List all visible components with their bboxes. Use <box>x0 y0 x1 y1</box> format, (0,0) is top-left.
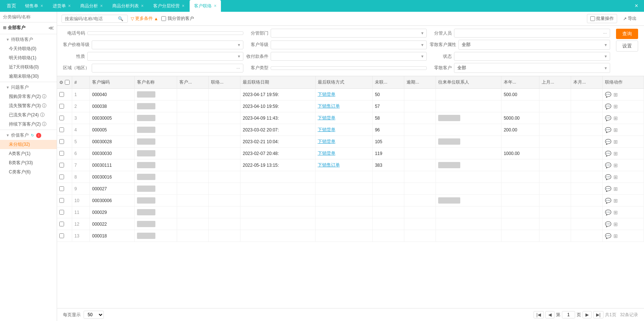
batch-operations-button[interactable]: 批量操作 <box>587 14 617 23</box>
method-link[interactable]: 下销售订单 <box>318 162 340 167</box>
settings-icon[interactable]: ⚙ <box>59 80 63 85</box>
prev-page-button[interactable]: ◀ <box>545 311 555 318</box>
row-checkbox[interactable] <box>59 233 64 238</box>
dots-icon[interactable]: ··· <box>236 66 240 71</box>
sidebar-item-class-c[interactable]: C类客户(6) <box>0 167 57 177</box>
region-input[interactable]: ··· <box>92 64 243 73</box>
nav-home[interactable]: 首页 <box>3 3 20 9</box>
grid-action-icon[interactable]: ⊞ <box>613 221 618 227</box>
grid-action-icon[interactable]: ⊞ <box>613 103 618 109</box>
nav-tab-purchase[interactable]: 进货单 × <box>48 0 75 12</box>
payment-select[interactable]: ▾ <box>271 52 427 61</box>
row-checkbox[interactable] <box>59 210 64 215</box>
grid-action-icon[interactable]: ⊞ <box>613 174 618 180</box>
sidebar-item-overdue-contact[interactable]: 逾期未联络(30) <box>0 72 57 81</box>
grid-action-icon[interactable]: ⊞ <box>613 92 618 98</box>
method-link[interactable]: 下销货单 <box>318 127 335 132</box>
filter-more-conditions[interactable]: ▽ 更多条件 ▲ <box>131 15 158 22</box>
first-page-button[interactable]: |◀ <box>534 311 544 318</box>
sidebar-item-unassigned[interactable]: 未分组(32) <box>0 140 57 149</box>
message-action-icon[interactable]: 💬 <box>605 209 611 215</box>
sidebar-item-today-pending[interactable]: 今天待联络(0) <box>0 44 57 53</box>
row-checkbox[interactable] <box>59 174 64 179</box>
nav-tab-customer-segment[interactable]: 客户分层经营 × <box>149 0 189 12</box>
message-action-icon[interactable]: 💬 <box>605 233 611 239</box>
last-month-col-header[interactable]: 上月... <box>539 76 571 89</box>
nav-tab-customer-contact[interactable]: 客户联络 × <box>190 0 221 12</box>
sidebar-item-declining[interactable]: 持续下落客户(2) ⓘ <box>0 120 57 129</box>
filter-search-box[interactable]: 🔍 <box>61 15 128 23</box>
sidebar-search-box[interactable]: 🔍 <box>0 12 57 22</box>
row-checkbox[interactable] <box>59 116 64 120</box>
retail-attr-select[interactable]: 全部 ▾ <box>458 40 610 50</box>
partner-contact-col-header[interactable]: 往来单位联系人 <box>436 76 502 89</box>
name-col-header[interactable]: 客户名称 <box>134 76 177 89</box>
message-action-icon[interactable]: 💬 <box>605 139 611 145</box>
sidebar-item-class-b[interactable]: B类客户(33) <box>0 158 57 167</box>
grade-select[interactable]: ▾ <box>271 40 427 49</box>
grid-action-icon[interactable]: ⊞ <box>613 127 618 133</box>
row-checkbox[interactable] <box>59 222 64 226</box>
query-button[interactable]: 查询 <box>616 29 638 39</box>
grid-action-icon[interactable]: ⊞ <box>613 186 618 192</box>
message-action-icon[interactable]: 💬 <box>605 174 611 180</box>
sidebar-item-class-a[interactable]: A类客户(1) <box>0 149 57 158</box>
last-date-col-header[interactable]: 最后联络日期 <box>240 76 315 89</box>
method-link[interactable]: 下销货单 <box>318 151 335 156</box>
method-link[interactable]: 下销货单 <box>318 92 335 97</box>
row-checkbox[interactable] <box>59 92 64 97</box>
next-page-button[interactable]: ▶ <box>583 311 592 318</box>
message-action-icon[interactable]: 💬 <box>605 115 611 121</box>
contact-col-header[interactable]: 联络... <box>209 76 240 89</box>
window-close-button[interactable]: × <box>632 3 641 9</box>
method-link[interactable]: 下销货单 <box>318 139 335 144</box>
grid-action-icon[interactable]: ⊞ <box>613 162 618 168</box>
refresh-icon[interactable]: ↻ <box>31 133 34 137</box>
last-page-button[interactable]: ▶| <box>593 311 603 318</box>
message-action-icon[interactable]: 💬 <box>605 186 611 192</box>
all-customers-header[interactable]: ⊞ 全部客户 ≪ <box>0 22 57 33</box>
overdue-col-header[interactable]: 逾期... <box>404 76 436 89</box>
settings-col-header[interactable]: ⚙ <box>57 76 72 89</box>
nav-tab-sales[interactable]: 销售单 × <box>21 0 47 12</box>
dots-icon[interactable]: ··· <box>603 31 607 36</box>
close-tab-icon[interactable]: × <box>100 3 103 8</box>
nature-select[interactable]: ▾ <box>87 52 243 61</box>
message-action-icon[interactable]: 💬 <box>605 127 611 133</box>
grid-action-icon[interactable]: ⊞ <box>613 209 618 215</box>
sidebar-group-value[interactable]: ▼ 价值客户 ↻ ! <box>0 131 57 140</box>
grid-action-icon[interactable]: ⊞ <box>613 151 618 156</box>
person-input[interactable]: ··· <box>454 29 610 38</box>
search-icon[interactable]: 🔍 <box>118 16 123 21</box>
method-link[interactable]: 下销售订单 <box>318 103 340 109</box>
grid-action-icon[interactable]: ⊞ <box>613 198 618 204</box>
reset-button[interactable]: 设置 <box>616 40 638 52</box>
select-all-checkbox[interactable] <box>65 80 70 85</box>
grid-action-icon[interactable]: ⊞ <box>613 233 618 239</box>
sidebar-search-input[interactable] <box>3 14 57 20</box>
nav-tab-analysis-list[interactable]: 商品分析列表 × <box>108 0 148 12</box>
nav-tab-analysis[interactable]: 商品分析 × <box>76 0 107 12</box>
batch-check[interactable] <box>590 16 595 21</box>
row-checkbox[interactable] <box>59 139 64 144</box>
message-action-icon[interactable]: 💬 <box>605 103 611 109</box>
row-checkbox[interactable] <box>59 151 64 156</box>
row-checkbox[interactable] <box>59 104 64 109</box>
code-col-header[interactable]: 客户编码 <box>90 76 135 89</box>
grid-action-icon[interactable]: ⊞ <box>613 115 618 121</box>
my-customers-check[interactable] <box>161 16 166 21</box>
message-action-icon[interactable]: 💬 <box>605 198 611 204</box>
message-action-icon[interactable]: 💬 <box>605 92 611 98</box>
sidebar-item-churned[interactable]: 已流失客户(24) ⓘ <box>0 110 57 120</box>
this-year-col-header[interactable]: 本年... <box>501 76 539 89</box>
row-checkbox[interactable] <box>59 163 64 167</box>
sidebar-item-churn-warning[interactable]: 流失预警客户(3) ⓘ <box>0 101 57 110</box>
export-button[interactable]: ↗ 导出 <box>620 14 640 23</box>
sidebar-group-problem[interactable]: ▼ 问题客户 <box>0 83 57 92</box>
sidebar-item-abnormal-hoarding[interactable]: 囤购异常客户(2) ⓘ <box>0 92 57 101</box>
price-grade-select[interactable]: ▾ <box>92 40 243 49</box>
row-checkbox[interactable] <box>59 186 64 191</box>
last-method-col-header[interactable]: 最后联络方式 <box>315 76 373 89</box>
this-month-col-header[interactable]: 本月... <box>571 76 603 89</box>
close-tab-icon[interactable]: × <box>214 3 217 8</box>
